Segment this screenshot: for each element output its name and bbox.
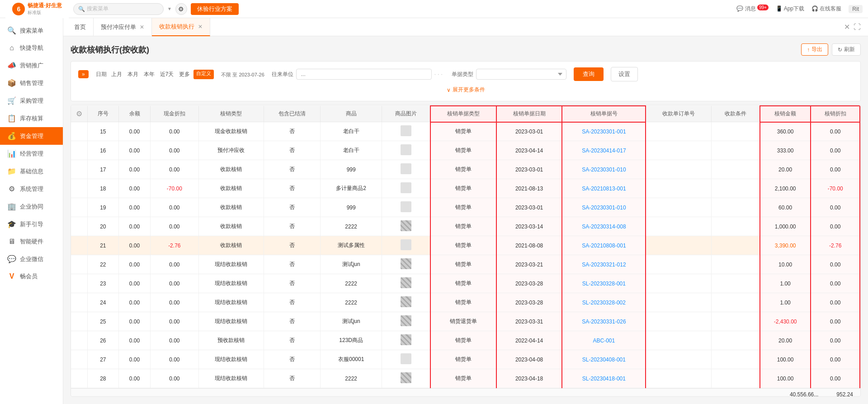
app-download-btn[interactable]: 📱 App下载 <box>776 5 804 13</box>
sidebar-item-guide[interactable]: 🎓 新手引导 <box>0 215 63 233</box>
voucher-no-link[interactable]: SA-20230331-026 <box>582 318 626 325</box>
sidebar-item-wechat[interactable]: 💬 企业微信 <box>0 250 63 268</box>
cell-voucher-no: SL-20230328-001 <box>562 274 646 293</box>
cell-balance: 0.00 <box>119 293 151 312</box>
online-service-btn[interactable]: 🎧 在线客服 <box>811 5 841 13</box>
sidebar-item-hardware[interactable]: 🖥 智能硬件 <box>0 233 63 250</box>
cell-receipt-order-no <box>646 293 711 312</box>
cell-receipt-cond <box>711 198 760 217</box>
sidebar-item-corp[interactable]: 🏢 企业协同 <box>0 198 63 215</box>
voucher-no-link[interactable]: SA-20230314-008 <box>582 223 626 230</box>
sidebar-item-finance[interactable]: 💰 资金管理 <box>0 127 63 145</box>
col-header-settings[interactable]: ⚙ <box>71 106 87 122</box>
page-title: 收款核销执行(按收款) <box>71 44 149 55</box>
cell-goods-image <box>382 217 431 236</box>
voucher-type-select[interactable] <box>476 69 566 80</box>
date-7days[interactable]: 近7天 <box>158 70 176 79</box>
search-dropdown-arrow[interactable]: ▼ <box>167 6 172 11</box>
tab-fullscreen-btn[interactable]: ⛶ <box>854 23 861 31</box>
sidebar-item-sales[interactable]: 📦 销售管理 <box>0 74 63 92</box>
voucher-no-link[interactable]: SA-20230301-010 <box>582 166 626 173</box>
settings-btn[interactable]: ⚙ <box>175 3 187 15</box>
cell-writeoff-amount: 100.00 <box>760 350 811 369</box>
refresh-btn[interactable]: ↻ 刷新 <box>832 43 861 56</box>
voucher-no-link[interactable]: SL-20230328-002 <box>582 299 626 306</box>
cell-seq: 20 <box>87 217 119 236</box>
cell-voucher-type: 销货单 <box>430 122 496 141</box>
sidebar-item-system[interactable]: ⚙ 系统管理 <box>0 180 63 198</box>
voucher-no-link[interactable]: SA-20210813-001 <box>582 185 626 192</box>
tab-close-all-btn[interactable]: ✕ <box>844 23 850 31</box>
cell-voucher-type: 销货单 <box>430 350 496 369</box>
top-search-box[interactable]: 🔍 搜索菜单 <box>73 3 164 15</box>
sidebar-item-vip[interactable]: V 畅会员 <box>0 268 63 285</box>
filter-toggle-btn[interactable]: » <box>78 70 89 78</box>
cell-include-settled: 否 <box>264 141 320 160</box>
date-prev-month[interactable]: 上月 <box>109 70 124 79</box>
voucher-no-link[interactable]: SA-20230301-010 <box>582 204 626 211</box>
voucher-no-link[interactable]: SA-20230301-001 <box>582 128 626 135</box>
tab-prepay[interactable]: 预付冲应付单 ✕ <box>94 18 152 36</box>
cell-balance: 0.00 <box>119 141 151 160</box>
cell-voucher-date: 2023-03-01 <box>496 198 562 217</box>
sidebar-item-purchase[interactable]: 🛒 采购管理 <box>0 92 63 109</box>
tab-writeoff-close[interactable]: ✕ <box>198 24 203 30</box>
user-avatar[interactable]: Rit <box>849 5 863 13</box>
date-more[interactable]: 更多 <box>177 70 192 79</box>
cell-balance: 0.00 <box>119 350 151 369</box>
cell-cash-discount: 0.00 <box>150 198 198 217</box>
expand-more-row: ∨ 展开更多条件 <box>78 84 853 95</box>
voucher-no-link[interactable]: ABC-001 <box>593 337 615 344</box>
cell-voucher-date: 2023-03-21 <box>496 255 562 274</box>
voucher-no-link[interactable]: SA-20230321-012 <box>582 261 626 268</box>
sidebar-item-biz[interactable]: 📊 经营管理 <box>0 145 63 162</box>
filter-settings-btn[interactable]: 设置 <box>611 67 638 81</box>
sidebar-label-guide: 新手引导 <box>20 220 43 228</box>
table-row: 22 0.00 0.00 现结收款核销 否 测试jun 销货单 2023-03-… <box>71 255 860 274</box>
col-header-goods: 商品 <box>321 106 382 122</box>
tab-home[interactable]: 首页 <box>67 18 94 36</box>
tab-writeoff[interactable]: 收款核销执行 ✕ <box>152 18 210 36</box>
sidebar-item-inventory[interactable]: 📋 库存核算 <box>0 109 63 127</box>
cell-voucher-date: 2023-04-14 <box>496 141 562 160</box>
cell-seq: 17 <box>87 160 119 179</box>
query-btn[interactable]: 查询 <box>574 67 604 81</box>
cell-writeoff-type: 现结收款核销 <box>198 350 264 369</box>
cell-include-settled: 否 <box>264 312 320 331</box>
voucher-no-link[interactable]: SL-20230418-001 <box>582 375 626 382</box>
sidebar-item-search[interactable]: 🔍 搜索菜单 <box>0 22 63 39</box>
partner-input[interactable] <box>296 69 432 80</box>
col-header-goods-image: 商品图片 <box>382 106 431 122</box>
message-btn[interactable]: 💬 消息 99+ <box>736 5 769 13</box>
cell-receipt-order-no <box>646 350 711 369</box>
cell-writeoff-discount: 0.00 <box>811 141 860 160</box>
tab-prepay-close[interactable]: ✕ <box>140 24 144 30</box>
voucher-no-link[interactable]: SL-20230408-001 <box>582 356 626 363</box>
expand-more-btn[interactable]: ∨ 展开更多条件 <box>445 84 487 95</box>
cell-goods-image <box>382 160 431 179</box>
cell-include-settled: 否 <box>264 274 320 293</box>
logo-area: 6 畅捷通·好生意 标准版 <box>5 0 69 19</box>
cell-voucher-date: 2023-03-01 <box>496 160 562 179</box>
cell-goods-image <box>382 350 431 369</box>
voucher-no-link[interactable]: SA-20210808-001 <box>582 242 626 249</box>
date-this-month[interactable]: 本月 <box>126 70 140 79</box>
industry-btn[interactable]: 休验行业方案 <box>191 3 239 15</box>
export-btn[interactable]: ↑ 导出 <box>801 43 828 56</box>
col-header-writeoff-amount: 核销金额 <box>760 106 811 122</box>
column-settings-icon[interactable]: ⚙ <box>76 110 82 118</box>
date-this-year[interactable]: 本年 <box>142 70 156 79</box>
voucher-no-link[interactable]: SL-20230328-001 <box>582 280 626 287</box>
voucher-no-link[interactable]: SA-20230414-017 <box>582 147 626 154</box>
sidebar-item-marketing[interactable]: 📣 营销推广 <box>0 57 63 74</box>
cell-voucher-no: SA-20230321-012 <box>562 255 646 274</box>
cell-seq: 26 <box>87 331 119 350</box>
sidebar-item-quicknav[interactable]: ⌂ 快捷导航 <box>0 39 63 57</box>
sidebar-item-base[interactable]: 📁 基础信息 <box>0 162 63 180</box>
partner-separator: ··· <box>434 71 444 77</box>
cell-goods: 老白干 <box>321 141 382 160</box>
table-row: 15 0.00 0.00 现金收款核销 否 老白干 销货单 2023-03-01… <box>71 122 860 141</box>
cell-goods: 999 <box>321 198 382 217</box>
cell-writeoff-discount: 0.00 <box>811 350 860 369</box>
date-custom[interactable]: 自定义 <box>193 70 214 79</box>
